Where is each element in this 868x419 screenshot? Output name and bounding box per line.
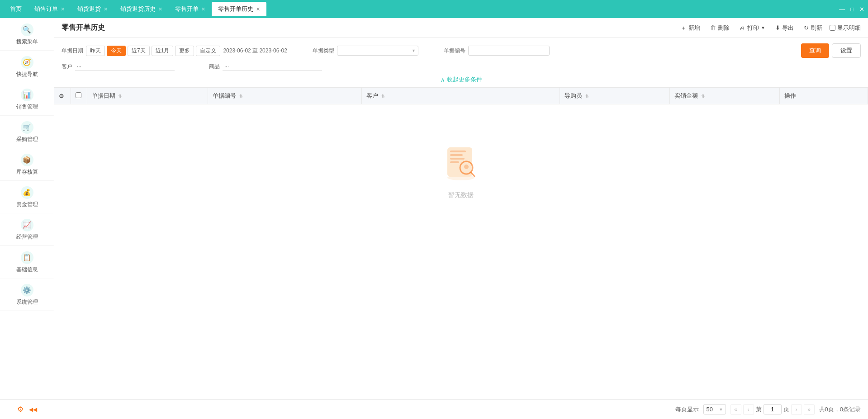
collapse-label: 收起更多条件 bbox=[447, 75, 482, 84]
tab-sales-return-label: 销货退货 bbox=[77, 5, 101, 13]
settings-button[interactable]: 设置 bbox=[832, 43, 861, 58]
column-settings-icon[interactable]: ⚙ bbox=[59, 93, 64, 99]
purchase-mgmt-icon: 🛒 bbox=[21, 121, 33, 134]
th-settings[interactable]: ⚙ bbox=[54, 88, 71, 104]
toolbar: ＋ 新增 🗑 删除 🖨 打印 ▼ ⬇ 导出 ↻ 刷新 bbox=[678, 23, 861, 33]
tab-sales-order[interactable]: 销售订单 ✕ bbox=[28, 2, 71, 16]
collapse-button[interactable]: ∧ 收起更多条件 bbox=[441, 75, 482, 84]
print-label: 打印 bbox=[747, 24, 759, 32]
export-button[interactable]: ⬇ 导出 bbox=[773, 23, 797, 33]
empty-text: 暂无数据 bbox=[448, 191, 474, 199]
export-label: 导出 bbox=[782, 24, 794, 32]
collapse-icon: ∧ bbox=[441, 76, 445, 83]
inventory-icon: 📦 bbox=[21, 154, 33, 166]
filter-doc-no: 单据编号 bbox=[444, 46, 550, 56]
date-btn-last7[interactable]: 近7天 bbox=[128, 46, 150, 56]
tab-sales-order-close[interactable]: ✕ bbox=[61, 6, 65, 12]
content-area: 零售开单历史 ＋ 新增 🗑 删除 🖨 打印 ▼ ⬇ 导出 bbox=[54, 18, 868, 419]
goods-label: 商品 bbox=[209, 63, 220, 71]
sidebar-item-base-info-label: 基础信息 bbox=[16, 266, 38, 273]
page-next-button[interactable]: › bbox=[791, 404, 802, 415]
tab-sales-return-close[interactable]: ✕ bbox=[104, 6, 108, 12]
tab-retail-open[interactable]: 零售开单 ✕ bbox=[169, 2, 212, 16]
tab-sales-return[interactable]: 销货退货 ✕ bbox=[71, 2, 114, 16]
sidebar-item-sys-mgmt[interactable]: ⚙️ 系统管理 bbox=[0, 278, 54, 311]
doc-no-input[interactable] bbox=[468, 46, 550, 56]
window-maximize[interactable]: □ bbox=[850, 6, 854, 13]
delete-label: 删除 bbox=[718, 24, 730, 32]
add-label: 新增 bbox=[688, 24, 700, 32]
base-info-icon: 📋 bbox=[21, 251, 33, 264]
sidebar-item-search-purchase[interactable]: 🔍 搜索采单 bbox=[0, 18, 54, 51]
date-btn-last1month[interactable]: 近1月 bbox=[152, 46, 174, 56]
th-date[interactable]: 单据日期 ⇅ bbox=[87, 88, 208, 104]
sidebar-item-sales-mgmt[interactable]: 📊 销售管理 bbox=[0, 83, 54, 116]
sidebar-item-base-info[interactable]: 📋 基础信息 bbox=[0, 246, 54, 278]
tab-home[interactable]: 首页 bbox=[4, 2, 28, 16]
page-last-button[interactable]: » bbox=[804, 404, 815, 415]
th-guide[interactable]: 导购员 ⇅ bbox=[560, 88, 670, 104]
add-button[interactable]: ＋ 新增 bbox=[678, 23, 703, 33]
date-range-display: 2023-06-02 至 2023-06-02 bbox=[223, 47, 287, 55]
page-title: 零售开单历史 bbox=[62, 23, 678, 33]
th-no-label: 单据编号 bbox=[213, 92, 236, 99]
sidebar-item-inventory[interactable]: 📦 库存核算 bbox=[0, 148, 54, 181]
per-page-select[interactable]: 10 20 50 100 bbox=[703, 404, 726, 414]
tab-retail-open-close[interactable]: ✕ bbox=[201, 6, 205, 12]
page-prev-button[interactable]: ‹ bbox=[743, 404, 754, 415]
sidebar-item-operations[interactable]: 📈 经营管理 bbox=[0, 213, 54, 246]
th-amount-label: 实销金额 bbox=[674, 92, 698, 99]
filter-customer: 客户 bbox=[62, 62, 175, 71]
print-button[interactable]: 🖨 打印 ▼ bbox=[737, 23, 768, 33]
th-guide-sort-icon: ⇅ bbox=[585, 94, 589, 99]
sidebar-item-quick-nav-label: 快捷导航 bbox=[16, 71, 38, 78]
tab-retail-history[interactable]: 零售开单历史 ✕ bbox=[212, 2, 266, 16]
sidebar-settings-icon[interactable]: ⚙ bbox=[17, 405, 24, 414]
tab-sales-return-history-close[interactable]: ✕ bbox=[158, 6, 162, 12]
date-btn-today[interactable]: 今天 bbox=[107, 46, 126, 56]
sidebar-item-finance[interactable]: 💰 资金管理 bbox=[0, 181, 54, 213]
doc-type-select[interactable] bbox=[337, 46, 418, 56]
th-amount[interactable]: 实销金额 ⇅ bbox=[670, 88, 780, 104]
date-btn-more[interactable]: 更多 bbox=[175, 46, 194, 56]
display-detail-toggle[interactable]: 显示明细 bbox=[830, 24, 861, 32]
select-all-checkbox[interactable] bbox=[76, 92, 81, 98]
window-controls: — □ ✕ bbox=[839, 6, 864, 13]
th-date-label: 单据日期 bbox=[92, 92, 115, 99]
tab-retail-history-close[interactable]: ✕ bbox=[256, 6, 260, 12]
th-customer-sort-icon: ⇅ bbox=[381, 94, 385, 99]
filter-row-1: 单据日期 昨天 今天 近7天 近1月 更多 自定义 2023-06-02 至 2… bbox=[62, 43, 861, 58]
th-guide-label: 导购员 bbox=[564, 92, 582, 99]
th-no[interactable]: 单据编号 ⇅ bbox=[208, 88, 361, 104]
sidebar-collapse-icon[interactable]: ◀◀ bbox=[29, 406, 37, 413]
refresh-button[interactable]: ↻ 刷新 bbox=[801, 23, 825, 33]
date-btn-yesterday[interactable]: 昨天 bbox=[86, 46, 105, 56]
customer-input[interactable] bbox=[75, 62, 175, 71]
display-detail-checkbox[interactable] bbox=[830, 25, 835, 31]
sidebar-item-quick-nav[interactable]: 🧭 快捷导航 bbox=[0, 51, 54, 83]
delete-button[interactable]: 🗑 删除 bbox=[707, 23, 732, 33]
sidebar-item-inventory-label: 库存核算 bbox=[16, 168, 38, 176]
page-first-button[interactable]: « bbox=[730, 404, 741, 415]
tab-retail-open-label: 零售开单 bbox=[175, 5, 199, 13]
th-customer[interactable]: 客户 ⇅ bbox=[362, 88, 560, 104]
th-action-label: 操作 bbox=[784, 92, 796, 99]
data-table: ⚙ 单据日期 ⇅ 单据编号 ⇅ bbox=[54, 88, 868, 217]
empty-illustration bbox=[438, 141, 484, 186]
window-close[interactable]: ✕ bbox=[859, 6, 864, 13]
date-btn-custom[interactable]: 自定义 bbox=[196, 46, 220, 56]
empty-state: 暂无数据 bbox=[54, 104, 868, 217]
sales-mgmt-icon: 📊 bbox=[21, 89, 33, 101]
th-check[interactable] bbox=[71, 88, 87, 104]
page-number-input[interactable] bbox=[764, 404, 782, 414]
window-minimize[interactable]: — bbox=[839, 6, 845, 13]
query-button[interactable]: 查询 bbox=[801, 43, 829, 58]
display-detail-label: 显示明细 bbox=[837, 24, 861, 32]
sidebar-item-purchase-mgmt[interactable]: 🛒 采购管理 bbox=[0, 116, 54, 148]
search-purchase-icon: 🔍 bbox=[21, 24, 33, 36]
goods-input[interactable] bbox=[223, 62, 322, 71]
th-action: 操作 bbox=[780, 88, 868, 104]
add-icon: ＋ bbox=[681, 24, 687, 32]
empty-state-cell: 暂无数据 bbox=[54, 104, 868, 218]
tab-sales-return-history[interactable]: 销货退货历史 ✕ bbox=[114, 2, 169, 16]
